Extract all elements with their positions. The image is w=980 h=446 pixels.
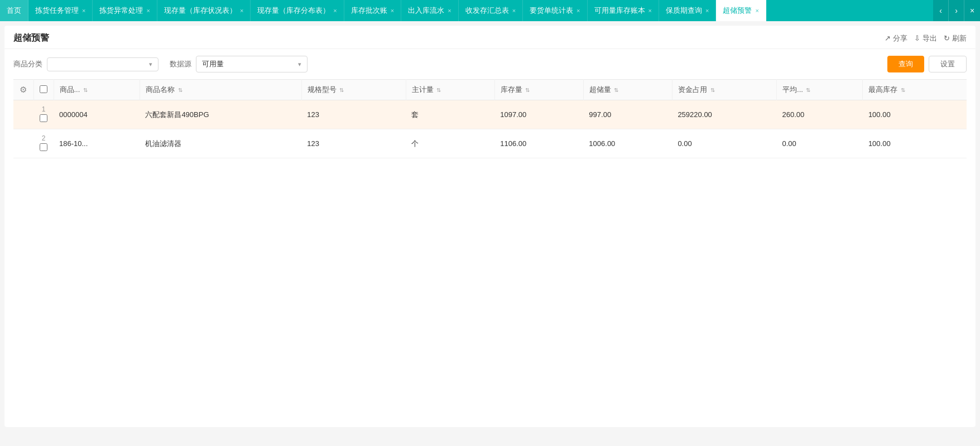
close-icon[interactable]: × bbox=[705, 7, 709, 14]
query-button[interactable]: 查询 bbox=[887, 56, 924, 72]
nav-arrows: ‹ › × bbox=[933, 0, 980, 21]
close-icon[interactable]: × bbox=[146, 7, 150, 14]
row-gear-cell bbox=[13, 100, 33, 129]
row-inventory: 1106.00 bbox=[494, 129, 583, 158]
sort-icon: ⇅ bbox=[901, 87, 905, 93]
row-avg: 260.00 bbox=[777, 100, 863, 129]
row-unit: 个 bbox=[406, 129, 494, 158]
select-all-checkbox[interactable] bbox=[40, 85, 47, 93]
close-icon[interactable]: × bbox=[577, 7, 580, 14]
close-icon[interactable]: × bbox=[240, 7, 243, 14]
table-row: 1 0000004 六配套新昌490BPG 123 套 1097.00 997.… bbox=[13, 100, 967, 129]
row-max-inventory: 100.00 bbox=[863, 129, 967, 158]
gear-icon[interactable]: ⚙ bbox=[20, 85, 27, 94]
close-icon[interactable]: × bbox=[755, 7, 758, 14]
sort-icon: ⇅ bbox=[83, 87, 88, 93]
row-over-storage: 1006.00 bbox=[583, 129, 672, 158]
sort-icon: ⇅ bbox=[339, 87, 344, 93]
col-header-capital[interactable]: 资金占用 ⇅ bbox=[672, 80, 776, 100]
nav-item-overstock[interactable]: 超储预警 × bbox=[716, 0, 766, 21]
table-header-row: ⚙ 商品... ⇅ 商品名称 ⇅ 规格型号 ⇅ bbox=[13, 80, 967, 100]
sort-icon: ⇅ bbox=[178, 87, 182, 93]
nav-item-inventory-status[interactable]: 现存量（库存状况表） × bbox=[157, 0, 251, 21]
row-checkbox[interactable] bbox=[40, 114, 47, 122]
category-filter-group: 商品分类 ▾ bbox=[13, 57, 158, 71]
refresh-button[interactable]: ↻ 刷新 bbox=[944, 33, 967, 43]
row-inventory: 1097.00 bbox=[494, 100, 583, 129]
col-header-product-code[interactable]: 商品... ⇅ bbox=[54, 80, 140, 100]
page-header: 超储预警 ↗ 分享 ⇩ 导出 ↻ 刷新 bbox=[4, 26, 976, 49]
datasource-value: 可用量 bbox=[202, 59, 224, 69]
filter-bar: 商品分类 ▾ 数据源 可用量 ▾ 查询 设置 bbox=[4, 49, 976, 79]
col-header-avg[interactable]: 平均... ⇅ bbox=[777, 80, 863, 100]
row-capital: 259220.00 bbox=[672, 100, 776, 129]
row-avg: 0.00 bbox=[777, 129, 863, 158]
refresh-icon: ↻ bbox=[944, 34, 950, 42]
nav-bar: 首页 拣货任务管理 × 拣货异常处理 × 现存量（库存状况表） × 现存量（库存… bbox=[0, 0, 980, 21]
nav-item-exception[interactable]: 拣货异常处理 × bbox=[93, 0, 157, 21]
col-header-inventory[interactable]: 库存量 ⇅ bbox=[494, 80, 583, 100]
nav-item-flow[interactable]: 出入库流水 × bbox=[401, 0, 458, 21]
nav-close-all-button[interactable]: × bbox=[964, 0, 980, 21]
col-header-product-name[interactable]: 商品名称 ⇅ bbox=[140, 80, 301, 100]
filter-actions: 查询 设置 bbox=[887, 56, 967, 72]
row-product-code: 186-10... bbox=[54, 129, 140, 158]
nav-next-button[interactable]: › bbox=[949, 0, 964, 21]
category-select[interactable]: ▾ bbox=[47, 57, 158, 71]
sort-icon: ⇅ bbox=[806, 87, 810, 93]
page-content: 超储预警 ↗ 分享 ⇩ 导出 ↻ 刷新 商品分类 ▾ 数据源 bbox=[4, 26, 976, 427]
datasource-label: 数据源 bbox=[170, 59, 191, 69]
nav-item-summary[interactable]: 收发存汇总表 × bbox=[459, 0, 523, 21]
row-spec: 123 bbox=[301, 100, 406, 129]
row-index-cell: 1 bbox=[33, 100, 54, 129]
sort-icon: ⇅ bbox=[614, 87, 618, 93]
share-button[interactable]: ↗ 分享 bbox=[885, 33, 907, 43]
col-header-gear: ⚙ bbox=[13, 80, 33, 100]
row-over-storage: 997.00 bbox=[583, 100, 672, 129]
category-label: 商品分类 bbox=[13, 59, 42, 69]
chevron-down-icon: ▾ bbox=[149, 61, 152, 68]
sort-icon: ⇅ bbox=[525, 87, 530, 93]
nav-item-expiry[interactable]: 保质期查询 × bbox=[659, 0, 716, 21]
close-icon[interactable]: × bbox=[333, 7, 337, 14]
export-icon: ⇩ bbox=[914, 34, 920, 42]
close-icon[interactable]: × bbox=[648, 7, 652, 14]
close-icon[interactable]: × bbox=[512, 7, 516, 14]
datasource-select[interactable]: 可用量 ▾ bbox=[196, 56, 308, 72]
settings-button[interactable]: 设置 bbox=[929, 56, 967, 72]
close-icon[interactable]: × bbox=[391, 7, 394, 14]
page-title: 超储预警 bbox=[13, 32, 49, 44]
row-spec: 123 bbox=[301, 129, 406, 158]
nav-item-batch[interactable]: 库存批次账 × bbox=[344, 0, 401, 21]
header-actions: ↗ 分享 ⇩ 导出 ↻ 刷新 bbox=[885, 33, 967, 43]
close-icon[interactable]: × bbox=[448, 7, 451, 14]
close-icon[interactable]: × bbox=[82, 7, 85, 14]
table-container: ⚙ 商品... ⇅ 商品名称 ⇅ 规格型号 ⇅ bbox=[4, 79, 976, 158]
row-product-code: 0000004 bbox=[54, 100, 140, 129]
share-icon: ↗ bbox=[885, 34, 891, 42]
row-checkbox[interactable] bbox=[40, 143, 47, 151]
col-header-over-storage[interactable]: 超储量 ⇅ bbox=[583, 80, 672, 100]
chevron-down-icon: ▾ bbox=[298, 61, 301, 68]
datasource-filter-group: 数据源 可用量 ▾ bbox=[170, 56, 308, 72]
col-header-spec[interactable]: 规格型号 ⇅ bbox=[301, 80, 406, 100]
row-capital: 0.00 bbox=[672, 129, 776, 158]
nav-item-inventory-dist[interactable]: 现存量（库存分布表） × bbox=[251, 0, 344, 21]
col-header-max-inventory[interactable]: 最高库存 ⇅ bbox=[863, 80, 967, 100]
nav-prev-button[interactable]: ‹ bbox=[933, 0, 949, 21]
nav-item-order-stat[interactable]: 要货单统计表 × bbox=[523, 0, 587, 21]
col-header-checkbox bbox=[33, 80, 54, 100]
row-product-name: 机油滤清器 bbox=[140, 129, 301, 158]
col-header-unit[interactable]: 主计量 ⇅ bbox=[406, 80, 494, 100]
nav-item-home[interactable]: 首页 bbox=[0, 0, 28, 21]
row-gear-cell bbox=[13, 129, 33, 158]
row-product-name: 六配套新昌490BPG bbox=[140, 100, 301, 129]
nav-item-available[interactable]: 可用量库存账本 × bbox=[588, 0, 659, 21]
data-table: ⚙ 商品... ⇅ 商品名称 ⇅ 规格型号 ⇅ bbox=[13, 79, 967, 158]
export-button[interactable]: ⇩ 导出 bbox=[914, 33, 937, 43]
row-unit: 套 bbox=[406, 100, 494, 129]
nav-item-task[interactable]: 拣货任务管理 × bbox=[28, 0, 93, 21]
sort-icon: ⇅ bbox=[710, 87, 715, 93]
table-row: 2 186-10... 机油滤清器 123 个 1106.00 1006.00 … bbox=[13, 129, 967, 158]
row-index-cell: 2 bbox=[33, 129, 54, 158]
